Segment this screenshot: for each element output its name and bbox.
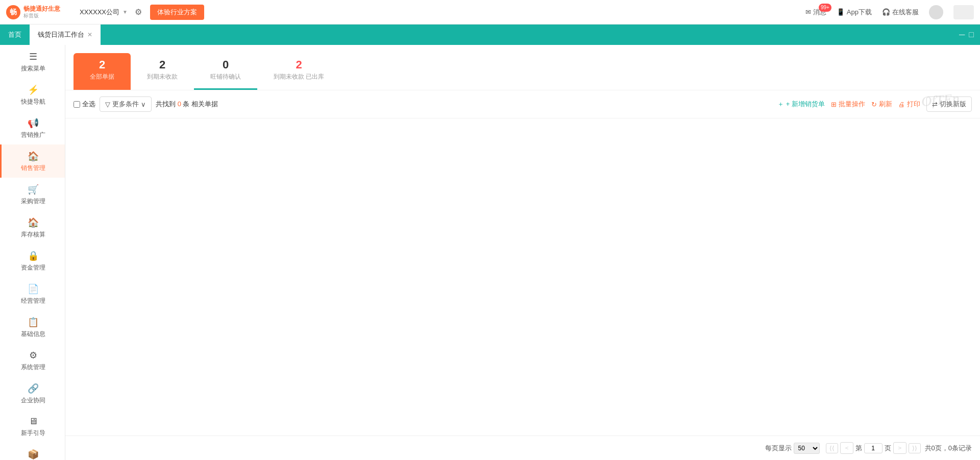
print-icon: 🖨 (898, 101, 905, 108)
online-service-label: 在线客服 (892, 8, 919, 17)
select-all-label: 全选 (82, 100, 95, 109)
filter-icon: ▽ (105, 101, 110, 108)
sidebar-item-marketing[interactable]: 📢 营销推广 (0, 111, 65, 144)
sidebar-label-operations: 经营管理 (21, 297, 45, 305)
page-label-prefix: 第 (855, 444, 862, 453)
sidebar-label-system: 系统管理 (21, 363, 45, 372)
trial-button[interactable]: 体验行业方案 (150, 5, 204, 20)
stat-label-all: 全部单据 (90, 72, 114, 81)
sidebar-item-cooperation[interactable]: 🔗 企业协同 (0, 377, 65, 410)
phone-icon: 📱 (837, 8, 845, 16)
stat-number-wangpu: 0 (223, 58, 229, 71)
prev-page-button[interactable]: ＜ (840, 442, 853, 454)
sidebar-label-finance: 资金管理 (21, 263, 45, 272)
sidebar-label-marketing: 营销推广 (21, 131, 45, 139)
first-page-button[interactable]: ⟨⟨ (826, 443, 838, 453)
select-all-checkbox[interactable]: 全选 (74, 100, 95, 109)
tab-close-icon[interactable]: ✕ (87, 31, 92, 38)
refresh-button[interactable]: ↻ 刷新 (871, 100, 892, 109)
page-size-label: 每页显示 (765, 444, 792, 453)
maximize-button[interactable]: □ (969, 30, 974, 39)
stat-tab-shipped[interactable]: 2 到期未收款 已出库 (257, 53, 340, 90)
monitor-icon: 🖥 (29, 416, 38, 427)
batch-label: 批量操作 (839, 100, 865, 109)
sidebar-item-finance[interactable]: 🔒 资金管理 (0, 244, 65, 277)
box-icon: 📦 (28, 449, 39, 460)
count-unit: 条 (183, 100, 189, 108)
settings-button[interactable]: ⚙ (133, 5, 144, 19)
cart-icon: 🛒 (28, 184, 39, 195)
filter-button[interactable]: ▽ 更多条件 ∨ (100, 96, 152, 112)
stat-label-overdue: 到期未收款 (147, 72, 178, 81)
stat-number-all: 2 (99, 58, 105, 71)
minimize-button[interactable]: ─ (959, 30, 965, 39)
sidebar-label-basic-info: 基础信息 (21, 330, 45, 338)
sidebar-item-system[interactable]: ⚙ 系统管理 (0, 344, 65, 377)
sidebar-label-sales: 销售管理 (21, 164, 45, 173)
batch-icon: ⊞ (831, 101, 837, 108)
sidebar-label-cooperation: 企业协同 (21, 396, 45, 405)
chevron-down-icon: ▼ (122, 9, 128, 15)
add-sale-label: + 新增销货单 (786, 100, 825, 109)
stat-number-overdue: 2 (159, 58, 165, 71)
tab-work-station-label: 钱货日清工作台 (38, 30, 84, 39)
empty-content-area (65, 118, 980, 364)
switch-version-button[interactable]: ⇄ 切换新版 (926, 96, 972, 112)
chevron-icon: ∨ (141, 101, 146, 108)
sidebar-item-purchase[interactable]: 🛒 采购管理 (0, 178, 65, 211)
add-sale-order-button[interactable]: ＋ + 新增销货单 (777, 100, 825, 109)
switch-icon: ⇄ (932, 101, 938, 108)
toolbar-left: 全选 ▽ 更多条件 ∨ 共找到 0 条 相关单据 (74, 96, 771, 112)
page-number-input[interactable] (864, 443, 883, 453)
sidebar-item-quick-nav[interactable]: ⚡ 快捷导航 (0, 78, 65, 111)
message-icon: ✉ (805, 8, 811, 16)
logo-area: 畅 畅捷通好生意 标普版 (6, 5, 71, 19)
sidebar-item-search-menu[interactable]: ☰ 搜索菜单 (0, 45, 65, 78)
sidebar: ☰ 搜索菜单 ⚡ 快捷导航 📢 营销推广 🏠 销售管理 🛒 采购管理 🏠 库存核… (0, 45, 65, 460)
sidebar-item-apps[interactable]: 📦 应用中心 (0, 443, 65, 460)
select-all-input[interactable] (74, 101, 80, 108)
settings-icon: ⚙ (29, 350, 37, 361)
message-badge: 99+ (819, 4, 831, 12)
app-download-button[interactable]: 📱 App下载 (837, 8, 872, 17)
online-service-button[interactable]: 🎧 在线客服 (882, 8, 919, 17)
tab-home-label: 首页 (8, 30, 21, 39)
last-page-button[interactable]: ⟩⟩ (909, 443, 921, 453)
company-name: XXXXXX公司 (80, 8, 119, 17)
stat-tab-all[interactable]: 2 全部单据 (74, 53, 131, 90)
user-menu[interactable] (953, 5, 974, 19)
document-icon: 📄 (28, 283, 39, 295)
menu-icon: ☰ (29, 51, 37, 62)
related-label: 相关单据 (191, 100, 218, 108)
refresh-icon: ↻ (871, 101, 877, 108)
avatar[interactable] (929, 5, 943, 19)
sidebar-item-inventory[interactable]: 🏠 库存核算 (0, 211, 65, 244)
tab-home[interactable]: 首页 (0, 25, 30, 45)
stat-tab-overdue[interactable]: 2 到期未收款 (131, 53, 194, 90)
sidebar-item-operations[interactable]: 📄 经营管理 (0, 277, 65, 310)
total-info: 共0页，0条记录 (925, 444, 972, 453)
toolbar: 全选 ▽ 更多条件 ∨ 共找到 0 条 相关单据 ＋ + 新增销货单 (65, 90, 980, 118)
sidebar-item-sales[interactable]: 🏠 销售管理 (0, 144, 65, 178)
page-size-select[interactable]: 50 100 200 (794, 443, 820, 454)
stat-label-shipped: 到期未收款 已出库 (274, 72, 324, 81)
top-header: 畅 畅捷通好生意 标普版 XXXXXX公司 ▼ ⚙ 体验行业方案 ✉ 消息 99… (0, 0, 980, 25)
link-icon: 🔗 (28, 383, 39, 394)
message-button[interactable]: ✉ 消息 99+ (805, 8, 826, 17)
stat-number-shipped: 2 (296, 58, 302, 71)
page-size-selector[interactable]: 每页显示 50 100 200 (765, 443, 822, 454)
stat-tab-wangpu[interactable]: 0 旺铺待确认 (194, 53, 257, 90)
sidebar-item-basic-info[interactable]: 📋 基础信息 (0, 310, 65, 344)
company-selector[interactable]: XXXXXX公司 ▼ (80, 8, 128, 17)
warehouse-icon: 🏠 (28, 217, 39, 228)
print-button[interactable]: 🖨 打印 (898, 100, 920, 109)
print-label: 打印 (907, 100, 920, 109)
logo-text: 畅捷通好生意 标普版 (23, 5, 60, 18)
plus-icon: ＋ (777, 100, 784, 109)
count-text: 共找到 0 条 相关单据 (156, 100, 218, 109)
sidebar-item-guide[interactable]: 🖥 新手引导 (0, 410, 65, 443)
tab-work-station[interactable]: 钱货日清工作台 ✕ (30, 25, 101, 45)
next-page-button[interactable]: ＞ (893, 442, 906, 454)
tab-bar-actions: ─ □ (959, 30, 980, 39)
batch-operation-button[interactable]: ⊞ 批量操作 (831, 100, 865, 109)
